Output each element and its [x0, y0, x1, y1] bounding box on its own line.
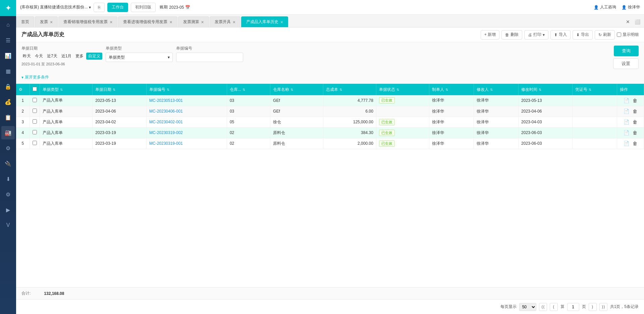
- delete-row-icon[interactable]: 🗑: [632, 130, 638, 135]
- th-creator[interactable]: 制单人⇅: [429, 84, 474, 95]
- show-detail-toggle[interactable]: 显示明细: [617, 32, 639, 38]
- first-page-btn[interactable]: ⟨⟨: [539, 303, 547, 311]
- edit-icon[interactable]: 📄: [623, 109, 630, 114]
- sidebar-item-plugin[interactable]: 🔌: [1, 157, 15, 170]
- tab-check-purchase-vat-close[interactable]: ×: [169, 20, 172, 24]
- th-warehouse-name[interactable]: 仓库名称⇅: [270, 84, 323, 95]
- filter-number-input[interactable]: [176, 53, 243, 62]
- th-modifier[interactable]: 修改人⇅: [474, 84, 518, 95]
- refresh-btn[interactable]: ↻ 刷新: [595, 30, 615, 40]
- cell-checkbox[interactable]: [30, 106, 40, 117]
- sidebar-item-chart[interactable]: 📊: [1, 49, 15, 62]
- cell-number[interactable]: MC-20230319-002: [146, 127, 227, 138]
- row-checkbox[interactable]: [33, 119, 37, 124]
- show-detail-checkbox[interactable]: [617, 33, 621, 37]
- row-checkbox[interactable]: [33, 109, 37, 113]
- sidebar-item-settings[interactable]: ⚙: [1, 188, 15, 201]
- row-checkbox[interactable]: [33, 141, 37, 145]
- sidebar-item-warehouse[interactable]: 🏭: [1, 126, 15, 139]
- app-logo[interactable]: ✦: [0, 0, 16, 16]
- edit-icon[interactable]: 📄: [623, 98, 630, 103]
- cell-number[interactable]: MC-20230402-001: [146, 117, 227, 127]
- tab-maximize-btn[interactable]: ⬜: [633, 18, 641, 26]
- export-btn[interactable]: ⬇ 导出: [573, 30, 593, 40]
- import-btn[interactable]: ⬆ 导入: [550, 30, 571, 40]
- tab-check-sales-vat[interactable]: 查看销项增值税专用发票 ×: [58, 16, 117, 27]
- sidebar-item-finance[interactable]: 💰: [1, 95, 15, 109]
- sidebar-item-doc[interactable]: ☰: [1, 34, 15, 47]
- tab-calc-invoice-close[interactable]: ×: [201, 20, 204, 24]
- filter-type-select[interactable]: 单据类型 ▾: [106, 53, 173, 62]
- delete-row-icon[interactable]: 🗑: [632, 141, 638, 146]
- sidebar-item-lock[interactable]: 🔒: [1, 80, 15, 93]
- per-page-select[interactable]: 50 20 100: [519, 303, 536, 311]
- th-type[interactable]: 单据类型⇅: [40, 84, 93, 95]
- query-btn[interactable]: 查询: [614, 46, 639, 56]
- sidebar-item-process[interactable]: ⚙: [1, 141, 15, 155]
- switch-version-btn[interactable]: 初到旧版: [131, 3, 156, 12]
- delete-row-icon[interactable]: 🗑: [632, 109, 638, 114]
- select-all-checkbox[interactable]: [33, 87, 37, 91]
- shortcut-custom[interactable]: 自定义: [86, 53, 102, 60]
- edit-icon[interactable]: 📄: [623, 141, 630, 146]
- delete-row-icon[interactable]: 🗑: [632, 98, 638, 103]
- delete-row-icon[interactable]: 🗑: [632, 119, 638, 125]
- tab-invoice-close[interactable]: ×: [50, 20, 53, 24]
- sidebar-item-inventory[interactable]: ▦: [1, 64, 15, 78]
- shortcut-1month[interactable]: 近1月: [60, 53, 73, 60]
- cell-checkbox[interactable]: [30, 117, 40, 127]
- copy-btn[interactable]: ⎘: [94, 3, 105, 12]
- row-checkbox[interactable]: [33, 130, 37, 134]
- sidebar-item-more[interactable]: V: [1, 218, 15, 232]
- cell-checkbox[interactable]: [30, 127, 40, 138]
- th-modify-time[interactable]: 修改时间⇅: [519, 84, 573, 95]
- tab-open-invoice-close[interactable]: ×: [233, 20, 235, 24]
- expand-conditions-btn[interactable]: ▾ 展开更多条件: [21, 74, 49, 80]
- cell-number[interactable]: MC-20230406-001: [146, 106, 227, 117]
- doc-number-link[interactable]: MC-20230513-001: [149, 98, 183, 103]
- tab-check-purchase-vat[interactable]: 查看进项增值税专用发票 ×: [118, 16, 177, 27]
- shortcut-7days[interactable]: 近7天: [46, 53, 59, 60]
- tab-calc-invoice[interactable]: 发票测算 ×: [178, 16, 209, 27]
- doc-number-link[interactable]: MC-20230402-001: [149, 120, 183, 124]
- edit-icon[interactable]: 📄: [623, 119, 630, 125]
- edit-icon[interactable]: 📄: [623, 130, 630, 135]
- tab-invoice[interactable]: 发票 ×: [35, 16, 58, 27]
- th-number[interactable]: 单据编号⇅: [146, 84, 227, 95]
- th-checkbox[interactable]: [30, 84, 40, 95]
- next-page-btn[interactable]: ⟩: [589, 303, 597, 311]
- sidebar-item-voucher[interactable]: 📋: [1, 111, 15, 124]
- th-settings[interactable]: ⚙: [16, 84, 30, 95]
- cell-checkbox[interactable]: [30, 138, 40, 149]
- doc-number-link[interactable]: MC-20230406-001: [149, 109, 183, 114]
- th-date[interactable]: 单据日期⇅: [93, 84, 147, 95]
- th-status[interactable]: 单据状态⇅: [376, 84, 429, 95]
- doc-number-link[interactable]: MC-20230319-001: [149, 141, 183, 146]
- cell-number[interactable]: MC-20230513-001: [146, 95, 227, 106]
- sidebar-item-download[interactable]: ⬇: [1, 172, 15, 186]
- user-menu[interactable]: 👤 徐泽华: [622, 4, 640, 10]
- shortcut-more[interactable]: 更多: [74, 53, 85, 60]
- tab-product-inbound-history-close[interactable]: ×: [280, 20, 283, 24]
- last-page-btn[interactable]: ⟩⟩: [599, 303, 607, 311]
- sidebar-item-home[interactable]: ⌂: [1, 18, 15, 32]
- service-btn[interactable]: 👤 人工咨询: [594, 4, 616, 10]
- cell-checkbox[interactable]: [30, 95, 40, 106]
- shortcut-today[interactable]: 今天: [34, 53, 44, 60]
- row-checkbox[interactable]: [33, 98, 37, 102]
- cell-number[interactable]: MC-20230319-001: [146, 138, 227, 149]
- th-warehouse-code[interactable]: 仓库...⇅: [227, 84, 270, 95]
- new-btn[interactable]: + 新增: [481, 30, 499, 40]
- tab-close-all-btn[interactable]: ✕: [624, 18, 632, 26]
- delete-btn[interactable]: 🗑 删除: [501, 30, 522, 40]
- period-calendar-icon[interactable]: 📅: [185, 5, 190, 10]
- sidebar-item-media[interactable]: ▶: [1, 203, 15, 216]
- th-total-cost[interactable]: 总成本⇅: [323, 84, 376, 95]
- prev-page-btn[interactable]: ⟨: [550, 303, 558, 311]
- tab-open-invoice[interactable]: 发票开具 ×: [210, 16, 240, 27]
- shortcut-yesterday[interactable]: 昨天: [21, 53, 32, 60]
- page-input[interactable]: [567, 303, 579, 311]
- workbench-btn[interactable]: 工作台: [107, 3, 128, 12]
- set-btn[interactable]: 设置: [613, 58, 639, 69]
- doc-number-link[interactable]: MC-20230319-002: [149, 130, 183, 135]
